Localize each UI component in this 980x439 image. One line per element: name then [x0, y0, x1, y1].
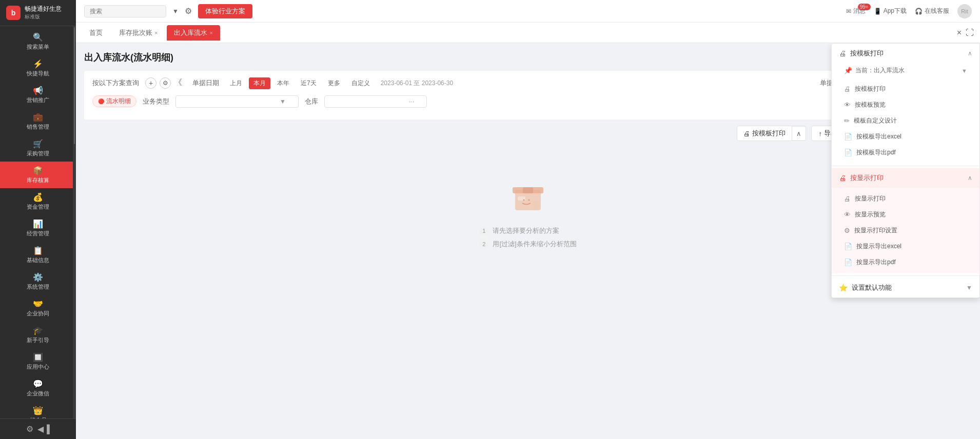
sidebar: b 畅捷通好生意 标准版 🔍 搜索菜单 ⚡ 快捷导航 📢 营销推广 💼 销售管理 — [0, 0, 76, 439]
online-service-label: 在线客服 — [925, 7, 949, 15]
display-excel-icon: 📄 — [844, 243, 852, 250]
top-header: ▼ ⚙ 体验行业方案 ✉ 消息 99+ 📱 App下载 🎧 在线客服 Rit — [76, 0, 980, 23]
sidebar-item-base-info[interactable]: 📋 基础信息 — [0, 242, 76, 268]
template-custom-item[interactable]: ✏ 模板自定义设计 — [832, 113, 979, 129]
filter-collapse-button[interactable]: 《 — [174, 77, 182, 89]
sidebar-item-sales[interactable]: 💼 销售管理 — [0, 108, 76, 135]
current-template-label: 📌 当前：出入库流水 ▼ — [832, 63, 979, 78]
sidebar-item-finance[interactable]: 💰 资金管理 — [0, 188, 76, 215]
sidebar-item-guide[interactable]: 🎓 新手引导 — [0, 322, 76, 348]
marketing-icon: 📢 — [33, 86, 43, 95]
cooperation-icon: 🤝 — [33, 299, 43, 309]
sidebar-item-operations[interactable]: 📊 经营管理 — [0, 215, 76, 242]
set-default-chevron: ▼ — [966, 284, 972, 291]
template-custom-icon: ✏ — [844, 117, 850, 125]
sidebar-item-vip[interactable]: 👑 畅会员 — [0, 402, 76, 418]
template-print-item[interactable]: 🖨 按模板打印 — [832, 81, 979, 97]
empty-illustration — [507, 177, 548, 218]
sidebar-item-purchase[interactable]: 🛒 采购管理 — [0, 135, 76, 162]
tab-flow[interactable]: 出入库流水 × — [167, 25, 220, 41]
set-default-section[interactable]: ⭐ 设置默认功能 ▼ — [832, 278, 979, 297]
collapse-sidebar-icon[interactable]: ◀▐ — [37, 424, 49, 434]
template-print-section-header[interactable]: 🖨 按模板打印 ∧ — [832, 44, 979, 63]
current-chevron: ▼ — [962, 68, 967, 74]
logo-icon: b — [6, 6, 21, 20]
tab-home[interactable]: 首页 — [82, 25, 110, 41]
close-all-tabs-button[interactable]: × — [957, 28, 962, 37]
display-print-item[interactable]: 🖨 按显示打印 — [832, 191, 979, 207]
display-export-pdf-label: 按显示导出pdf — [856, 258, 896, 267]
template-export-pdf-item[interactable]: 📄 按模板导出pdf — [832, 145, 979, 161]
sidebar-item-search[interactable]: 🔍 搜索菜单 — [0, 28, 76, 55]
warehouse-select[interactable]: ··· — [324, 95, 427, 108]
print-label: 按模板打印 — [752, 129, 786, 138]
set-default-label: 设置默认功能 — [852, 283, 892, 292]
template-print-item-label: 按模板打印 — [855, 85, 886, 93]
sidebar-item-app-center[interactable]: 🔲 应用中心 — [0, 348, 76, 375]
header-dropdown-btn[interactable]: ▼ — [172, 8, 179, 15]
filter-settings-button[interactable]: ⚙ — [160, 77, 171, 89]
expand-tab-button[interactable]: ⛶ — [966, 28, 974, 37]
app-download-button[interactable]: 📱 App下载 — [874, 7, 907, 15]
search-icon: 🔍 — [33, 32, 43, 42]
settings-bottom-icon[interactable]: ⚙ — [26, 424, 33, 434]
page-area: 出入库流水(流水明细) 按以下方案查询 + ⚙ 《 单据日期 上月 本月 本年 … — [76, 43, 980, 439]
sidebar-item-system[interactable]: ⚙️ 系统管理 — [0, 268, 76, 295]
template-preview-item[interactable]: 👁 按模板预览 — [832, 97, 979, 113]
set-default-icon: ⭐ — [839, 284, 848, 292]
tab-batch-close[interactable]: × — [154, 30, 158, 36]
print-main-button[interactable]: 🖨 按模板打印 — [737, 126, 792, 141]
print-dropdown-button[interactable]: ∧ — [792, 127, 806, 140]
display-print-section-header[interactable]: 🖨 按显示打印 ∧ — [832, 168, 979, 188]
online-service-button[interactable]: 🎧 在线客服 — [915, 7, 949, 15]
trial-button[interactable]: 体验行业方案 — [198, 4, 252, 18]
display-print-settings-icon: ⚙ — [844, 227, 850, 234]
print-dropdown-panel: 🖨 按模板打印 ∧ 📌 当前：出入库流水 ▼ 🖨 按模板打印 — [831, 43, 980, 298]
date-7days[interactable]: 近7天 — [296, 77, 321, 89]
print-arrow-icon: ∧ — [796, 130, 801, 137]
svg-point-3 — [532, 201, 540, 209]
empty-step-2: 2 用[过滤]条件来缩小分析范围 — [479, 240, 576, 249]
tab-flow-close[interactable]: × — [209, 30, 212, 36]
date-current-month[interactable]: 本月 — [249, 77, 270, 89]
date-filter: 上月 本月 本年 近7天 更多 自定义 — [225, 77, 375, 89]
display-preview-item[interactable]: 👁 按显示预览 — [832, 207, 979, 223]
sidebar-item-marketing[interactable]: 📢 营销推广 — [0, 82, 76, 108]
app-logo: b 畅捷通好生意 标准版 — [0, 0, 76, 26]
message-button[interactable]: ✉ 消息 99+ — [846, 7, 866, 15]
display-export-pdf-item[interactable]: 📄 按显示导出pdf — [832, 254, 979, 270]
date-more[interactable]: 更多 — [323, 77, 345, 89]
filter-actions: + ⚙ 《 — [145, 77, 182, 89]
operations-icon: 📊 — [33, 219, 43, 229]
display-print-section-icon: 🖨 — [839, 174, 846, 182]
svg-point-6 — [528, 199, 530, 201]
template-custom-label: 模板自定义设计 — [854, 116, 897, 125]
phone-icon: 📱 — [874, 8, 881, 15]
flow-tag[interactable]: 🔴 流水明细 — [92, 95, 136, 107]
user-avatar[interactable]: Rit — [957, 4, 972, 18]
dropdown-scroll-area: 🖨 按模板打印 ∧ 📌 当前：出入库流水 ▼ 🖨 按模板打印 — [832, 44, 979, 297]
display-print-settings-item[interactable]: ⚙ 按显示打印设置 — [832, 223, 979, 238]
date-prev-month[interactable]: 上月 — [225, 77, 247, 89]
sidebar-item-quick-nav[interactable]: ⚡ 快捷导航 — [0, 55, 76, 82]
sidebar-item-cooperation[interactable]: 🤝 企业协同 — [0, 295, 76, 322]
print-button-group: 🖨 按模板打印 ∧ — [737, 126, 806, 141]
filter-add-button[interactable]: + — [145, 77, 156, 89]
biz-type-select[interactable]: ▼ — [175, 95, 299, 108]
display-export-excel-label: 按显示导出excel — [856, 242, 901, 251]
tab-batch[interactable]: 库存批次账 × — [112, 25, 165, 41]
sidebar-bottom: ⚙ ◀▐ — [0, 418, 76, 439]
date-current-year[interactable]: 本年 — [272, 77, 294, 89]
template-preview-label: 按模板预览 — [855, 101, 886, 109]
export-icon: ↑ — [819, 130, 822, 137]
current-icon: 📌 — [844, 67, 852, 74]
sidebar-item-wechat[interactable]: 💬 企业微信 — [0, 375, 76, 402]
display-export-excel-item[interactable]: 📄 按显示导出excel — [832, 238, 979, 254]
sidebar-item-inventory[interactable]: 📦 库存核算 — [0, 162, 76, 188]
current-template-text: 当前：出入库流水 — [855, 66, 905, 75]
template-export-excel-item[interactable]: 📄 按模板导出excel — [832, 129, 979, 145]
header-search-input[interactable] — [84, 5, 166, 17]
date-custom[interactable]: 自定义 — [347, 77, 375, 89]
display-print-items: 🖨 按显示打印 👁 按显示预览 ⚙ 按显示打印设置 📄 按显示导出excel — [832, 188, 979, 273]
header-gear-icon[interactable]: ⚙ — [185, 6, 192, 16]
